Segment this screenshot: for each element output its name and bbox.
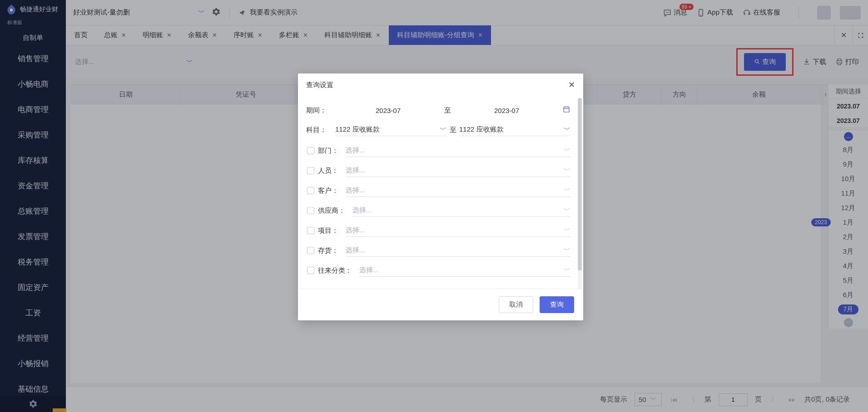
scrollbar-thumb[interactable] <box>578 98 582 270</box>
chevron-down-icon: ﹀ <box>564 246 570 255</box>
aux-label: 供应商： <box>318 206 345 215</box>
subject-from-select[interactable]: 1122 应收账款 ﹀ <box>335 123 446 136</box>
chevron-down-icon: ﹀ <box>564 166 570 175</box>
aux-placeholder: 选择... <box>346 166 365 175</box>
subject-to-select[interactable]: 1122 应收账款 ﹀ <box>459 123 570 136</box>
aux-checkbox[interactable] <box>307 227 314 234</box>
aux-placeholder: 选择... <box>346 226 365 235</box>
subject-label: 科目： <box>306 126 335 134</box>
chevron-down-icon: ﹀ <box>564 266 570 275</box>
modal-body: 期间： 2023-07 至 2023-07 科目： 1122 应收账款 ﹀ 至 … <box>298 96 583 289</box>
aux-checkbox[interactable] <box>307 167 314 174</box>
subject-from-value: 1122 应收账款 <box>335 125 380 134</box>
calendar-icon[interactable] <box>562 105 570 115</box>
aux-label: 项目： <box>318 226 338 235</box>
svg-rect-8 <box>564 107 569 112</box>
aux-checkbox[interactable] <box>307 187 314 194</box>
aux-placeholder: 选择... <box>346 246 365 255</box>
aux-label: 往来分类： <box>318 266 352 275</box>
aux-select[interactable]: 选择...﹀ <box>346 144 570 157</box>
aux-placeholder: 选择... <box>346 186 365 195</box>
aux-field-row-4: 项目：选择...﹀ <box>306 224 570 237</box>
subject-row: 科目： 1122 应收账款 ﹀ 至 1122 应收账款 ﹀ <box>306 123 570 136</box>
aux-field-row-5: 存货：选择...﹀ <box>306 244 570 257</box>
aux-field-row-6: 往来分类：选择...﹀ <box>306 264 570 277</box>
aux-placeholder: 选择... <box>359 266 379 275</box>
modal-close-button[interactable]: ✕ <box>568 80 575 90</box>
confirm-button[interactable]: 查询 <box>540 296 574 313</box>
subject-to-value: 1122 应收账款 <box>459 125 504 134</box>
chevron-down-icon: ﹀ <box>564 146 570 155</box>
aux-checkbox[interactable] <box>307 267 314 274</box>
period-from-input[interactable]: 2023-07 <box>335 107 441 114</box>
chevron-down-icon: ﹀ <box>564 186 570 195</box>
aux-select[interactable]: 选择...﹀ <box>352 204 570 217</box>
to-label: 至 <box>446 126 459 134</box>
to-label: 至 <box>441 106 454 115</box>
modal-title: 查询设置 <box>306 81 333 89</box>
aux-placeholder: 选择... <box>346 146 365 155</box>
cancel-button[interactable]: 取消 <box>499 296 533 313</box>
aux-label: 存货： <box>318 246 338 255</box>
aux-select[interactable]: 选择...﹀ <box>346 244 570 257</box>
modal-footer: 取消 查询 <box>298 289 583 320</box>
period-label: 期间： <box>306 106 335 115</box>
aux-checkbox[interactable] <box>307 207 314 214</box>
aux-label: 客户： <box>318 186 338 195</box>
query-settings-modal: 查询设置 ✕ 期间： 2023-07 至 2023-07 科目： 1122 应收… <box>298 74 583 320</box>
chevron-down-icon: ﹀ <box>564 226 570 235</box>
aux-checkbox[interactable] <box>307 247 314 254</box>
chevron-down-icon: ﹀ <box>440 125 446 134</box>
aux-field-row-2: 客户：选择...﹀ <box>306 184 570 197</box>
aux-field-row-0: 部门：选择...﹀ <box>306 144 570 157</box>
aux-select[interactable]: 选择...﹀ <box>346 164 570 177</box>
aux-checkbox[interactable] <box>307 147 314 154</box>
chevron-down-icon: ﹀ <box>564 206 570 215</box>
chevron-down-icon: ﹀ <box>564 125 570 134</box>
aux-field-row-1: 人员：选择...﹀ <box>306 164 570 177</box>
aux-field-row-3: 供应商：选择...﹀ <box>306 204 570 217</box>
aux-label: 部门： <box>318 147 338 155</box>
aux-label: 人员： <box>318 167 338 175</box>
period-row: 期间： 2023-07 至 2023-07 <box>306 105 570 115</box>
period-to-input[interactable]: 2023-07 <box>454 107 560 114</box>
aux-placeholder: 选择... <box>352 206 372 215</box>
modal-scrollbar[interactable] <box>578 98 582 289</box>
aux-select[interactable]: 选择...﹀ <box>359 264 570 277</box>
modal-header: 查询设置 ✕ <box>298 74 583 96</box>
aux-select[interactable]: 选择...﹀ <box>346 184 570 197</box>
aux-select[interactable]: 选择...﹀ <box>346 224 570 237</box>
